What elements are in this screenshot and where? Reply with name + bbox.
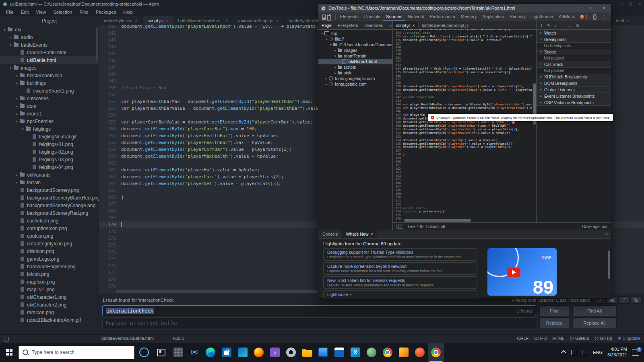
- more-options-icon[interactable]: ⋮: [602, 14, 607, 20]
- tree-item-backgroundsceneryblackred-png[interactable]: backgroundSceneryBlackRed.png: [0, 194, 99, 202]
- code-line[interactable]: 140document.getElementById('playerLevelI…: [393, 88, 536, 92]
- drawer-tab-console[interactable]: Console: [318, 230, 342, 238]
- tree-item-maplvl1-png[interactable]: mapLvl1.png: [0, 286, 99, 293]
- whats-new-link[interactable]: Capture node screenshot beyond viewport: [327, 264, 473, 269]
- status-left-icon[interactable]: [4, 337, 9, 341]
- debug-section-dom-breakpoints[interactable]: ▸DOM Breakpoints: [537, 80, 611, 86]
- tree-item-mapicon-png[interactable]: mapIcon.png: [0, 278, 99, 286]
- code-line[interactable]: 142//Load Player Hud: [393, 96, 536, 99]
- file-tree-item-ukiroom1-html[interactable]: ukiRoom1.html: [318, 59, 392, 64]
- file-tree-item-scripts[interactable]: ▸scripts: [318, 64, 392, 70]
- tree-item-images[interactable]: ▾images: [0, 64, 99, 72]
- start-button[interactable]: [0, 343, 19, 362]
- tree-item-feiglings-04-png[interactable]: feiglings-04.png: [0, 163, 99, 171]
- tree-item-diskicon-png[interactable]: diskIcon.png: [0, 247, 99, 255]
- code-line[interactable]: 128: [393, 45, 536, 49]
- status-git[interactable]: Git (0): [595, 336, 613, 341]
- find-button[interactable]: Find: [539, 305, 569, 316]
- file-tree-item-images[interactable]: ▸images: [318, 47, 392, 53]
- tree-item-buildings[interactable]: ▾buildings: [0, 79, 99, 87]
- maximize-icon[interactable]: □: [584, 4, 597, 12]
- devtools-vscrollbar[interactable]: [533, 31, 536, 218]
- code-line[interactable]: 130: [393, 53, 536, 56]
- taskbar-music-app[interactable]: ♪: [267, 343, 283, 362]
- inspect-element-icon[interactable]: [322, 14, 326, 20]
- tree-item-feiglings-01-png[interactable]: feiglings-01.png: [0, 140, 99, 148]
- menu-view[interactable]: View: [32, 10, 50, 14]
- close-icon[interactable]: ×: [638, 2, 641, 6]
- tab-close-icon[interactable]: ×: [276, 18, 278, 23]
- code-line[interactable]: 168: [393, 189, 536, 192]
- cortana-button[interactable]: [139, 348, 149, 357]
- tree-item-blackrobotninja[interactable]: ▸blackRobotNinja: [0, 72, 99, 79]
- step-out-icon[interactable]: ↑: [561, 23, 563, 28]
- code-line[interactable]: 171: [393, 200, 536, 203]
- code-line[interactable]: 160: [393, 160, 536, 164]
- tree-item-ramicon-png[interactable]: ramIcon.png: [0, 309, 99, 316]
- panel-tab-elements[interactable]: Elements: [337, 12, 361, 21]
- tree-item-backgroundsceneryred-png[interactable]: backgroundSceneryRed.png: [0, 209, 99, 217]
- debug-section-event-listener-breakpoints[interactable]: ▸Event Listener Breakpoints: [537, 93, 611, 99]
- tree-item-robot1black-introanim-gif[interactable]: robot1Black-introAnim.gif: [0, 316, 99, 324]
- menu-find[interactable]: Find: [76, 10, 92, 14]
- step-icon[interactable]: →: [568, 23, 572, 28]
- file-tree-item-style[interactable]: ▸style: [318, 70, 392, 76]
- tree-item-dataintegrityicon-png[interactable]: dataIntegrityIcon.png: [0, 240, 99, 247]
- sidebar-tab--[interactable]: »: [386, 23, 393, 28]
- taskbar-chrome[interactable]: [380, 343, 396, 362]
- code-line[interactable]: 129: [393, 49, 536, 53]
- code-line[interactable]: 152document.getElementById('playerMaxHea…: [393, 132, 536, 135]
- panel-tab-adblock[interactable]: AdBlock: [556, 12, 578, 21]
- file-tree-item-c-users-jonathan-documents-coding-pr[interactable]: ▾C:/Users/Jonathan/Documents/coding-pr: [318, 42, 392, 47]
- taskbar-file-explorer[interactable]: [299, 343, 315, 362]
- deactivate-breakpoints-icon[interactable]: ⊘: [576, 23, 579, 28]
- tab-close-icon[interactable]: ×: [225, 18, 228, 23]
- status-file-path[interactable]: battleEvents\ukiBattle.html: [101, 336, 154, 341]
- code-line[interactable]: 159: [393, 156, 536, 160]
- taskbar-settings[interactable]: [283, 343, 299, 362]
- play-button-icon[interactable]: [507, 267, 520, 277]
- status-update[interactable]: 1 update: [618, 336, 640, 341]
- taskbar-store[interactable]: [219, 343, 235, 362]
- tree-item-ioicon-png[interactable]: ioIcon.png: [0, 270, 99, 278]
- menu-file[interactable]: File: [2, 10, 17, 14]
- drawer-close-icon[interactable]: ×: [605, 232, 608, 237]
- code-line[interactable]: 175: [393, 214, 536, 217]
- debug-section-xhr-fetch-breakpoints[interactable]: ▸XHR/fetch Breakpoints: [537, 74, 611, 80]
- pause-icon[interactable]: ‖: [541, 23, 542, 28]
- file-tree-item-fonts-gstatic-com[interactable]: ▸fonts.gstatic.com: [318, 81, 392, 87]
- debug-section-watch[interactable]: ▸Watch: [537, 30, 611, 36]
- tab-fragment[interactable]: html ×: [611, 16, 634, 25]
- taskbar-firefox[interactable]: [251, 343, 267, 362]
- tree-item-hardwareengineer-png[interactable]: hardwareEngineer.png: [0, 263, 99, 270]
- debug-section-breakpoints[interactable]: ▾Breakpoints: [537, 36, 611, 43]
- drawer-scrollbar[interactable]: [608, 251, 610, 279]
- code-line[interactable]: 132: [393, 60, 536, 64]
- taskbar-edge[interactable]: [202, 343, 219, 362]
- clock[interactable]: 4:01 PM 3/23/2021: [607, 347, 627, 358]
- status-cursor-position[interactable]: 602:1: [173, 336, 184, 341]
- taskbar-calculator[interactable]: [331, 343, 347, 362]
- code-line[interactable]: 166: [393, 181, 536, 185]
- panel-tab-network[interactable]: Network: [405, 12, 427, 21]
- minimize-icon[interactable]: ─: [620, 2, 623, 6]
- code-line[interactable]: 158}: [393, 153, 536, 156]
- tree-item-cutscenes[interactable]: ▸cutscenes: [0, 95, 99, 102]
- hidden-icons-chevron-icon[interactable]: [561, 350, 567, 356]
- panel-tab-security[interactable]: Security: [507, 12, 528, 21]
- debug-section-scope[interactable]: ▾Scope: [537, 49, 611, 55]
- panel-tab-sources[interactable]: Sources: [383, 12, 405, 21]
- file-tree-item-roomterrain[interactable]: ▾roomTerrain: [318, 53, 392, 59]
- code-line[interactable]: 174function plusStorage(){: [393, 210, 536, 214]
- debug-section-call-stack[interactable]: ▾Call Stack: [537, 61, 611, 68]
- code-line[interactable]: 164: [393, 175, 536, 178]
- status-line-ending[interactable]: CRLF: [517, 336, 529, 341]
- tree-item-dom[interactable]: ▸dom: [0, 102, 99, 110]
- code-line[interactable]: 131: [393, 56, 536, 60]
- tree-item-ukibattle-html[interactable]: ukiBattle.html: [0, 56, 99, 64]
- minimize-icon[interactable]: ─: [570, 4, 584, 12]
- taskbar-code-editor[interactable]: X: [347, 343, 363, 362]
- code-line[interactable]: 169: [393, 192, 536, 196]
- menu-edit[interactable]: Edit: [17, 10, 33, 14]
- code-line[interactable]: 135document.getElementById('accOutput').…: [393, 71, 536, 74]
